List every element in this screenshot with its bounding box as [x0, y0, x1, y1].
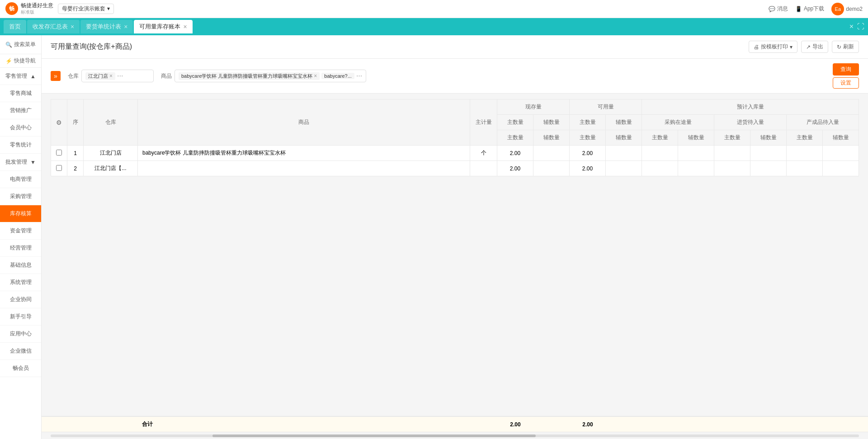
- sidebar-item-guide[interactable]: 新手引导: [0, 308, 41, 326]
- footer-incoming-sub: [750, 420, 787, 428]
- settings-button[interactable]: 设置: [833, 77, 859, 89]
- message-icon: 💬: [769, 6, 775, 12]
- company-dropdown-icon: ▾: [107, 5, 110, 12]
- query-button[interactable]: 查询: [833, 63, 859, 76]
- footer-empty-3: [83, 420, 137, 428]
- tab-order[interactable]: 要货单统计表 ×: [80, 20, 133, 33]
- quick-nav-label: 快捷导航: [14, 57, 36, 65]
- sidebar-item-marketing[interactable]: 营销推广: [0, 102, 41, 119]
- sidebar-item-wechat[interactable]: 企业微信: [0, 343, 41, 360]
- product-tag-1-text: babycare学饮杯 儿童防摔防撞吸管杯重力球吸嘴杯宝宝水杯: [181, 73, 312, 80]
- th-avail-sub2: 辅数量: [606, 130, 642, 146]
- table-footer: 合计 2.00 2.00: [42, 416, 868, 432]
- sidebar-item-retail-stats-label: 零售统计: [10, 141, 32, 149]
- sidebar-item-wholesale[interactable]: 批发管理 ▼: [0, 154, 41, 171]
- app-download-button[interactable]: 📱 App下载: [795, 5, 824, 13]
- search-menu-button[interactable]: 🔍 搜索菜单: [4, 39, 38, 50]
- row-finished-main-0: [787, 146, 823, 161]
- nav-maximize-icon[interactable]: ⛶: [857, 23, 864, 31]
- message-button[interactable]: 💬 消息: [769, 5, 788, 13]
- sidebar-search-section: 🔍 搜索菜单: [0, 35, 41, 54]
- sidebar-item-retail[interactable]: 零售管理 ▲: [0, 68, 41, 85]
- company-label: 母婴行业演示账套: [62, 5, 105, 13]
- row-no-0: 1: [67, 146, 84, 161]
- th-unit: 主计量: [470, 99, 497, 146]
- sidebar-item-inventory[interactable]: 库存核算: [0, 205, 41, 222]
- product-filter-label: 商品: [161, 72, 172, 80]
- row-avail-main-1: 2.00: [570, 161, 606, 176]
- sidebar-item-member[interactable]: 会员中心: [0, 119, 41, 137]
- row-stock-main-1: 2.00: [497, 161, 533, 176]
- warehouse-filter: 仓库 江北门店 × ···: [68, 70, 154, 82]
- row-no-1: 2: [67, 161, 84, 176]
- footer-avail-main: 2.00: [570, 420, 606, 428]
- tab-receive[interactable]: 收发存汇总表 ×: [27, 20, 80, 33]
- warehouse-input[interactable]: 江北门店 × ···: [81, 70, 154, 82]
- sidebar-item-member-label: 会员中心: [10, 124, 32, 132]
- sidebar-item-member2[interactable]: 畅会员: [0, 360, 41, 377]
- th-settings[interactable]: ⚙: [51, 99, 67, 146]
- footer-table: 合计 2.00 2.00: [51, 420, 859, 428]
- tab-home[interactable]: 首页: [4, 20, 26, 33]
- row-checkbox-1[interactable]: [56, 165, 62, 171]
- row-checkbox-0[interactable]: [56, 150, 62, 156]
- print-chevron-icon: ▾: [790, 44, 793, 50]
- row-check-1[interactable]: [51, 161, 67, 176]
- th-warehouse: 仓库: [84, 99, 138, 146]
- tab-available-close[interactable]: ×: [183, 24, 187, 30]
- refresh-button[interactable]: ↻ 刷新: [832, 41, 859, 53]
- tab-available-label: 可用量库存账本: [139, 23, 180, 31]
- scroll-thumb[interactable]: [212, 434, 536, 437]
- sidebar-item-retail-label: 零售管理: [5, 72, 27, 80]
- app-label: App下载: [804, 5, 824, 13]
- sidebar-item-ecommerce[interactable]: 电商管理: [0, 171, 41, 188]
- quick-nav-icon: ⚡: [5, 58, 12, 64]
- th-incoming-sub: 辅数量: [750, 130, 787, 146]
- sidebar-item-finance[interactable]: 资金管理: [0, 222, 41, 240]
- tab-available[interactable]: 可用量库存账本 ×: [134, 20, 192, 33]
- refresh-label: 刷新: [843, 43, 854, 51]
- sidebar-item-purchase[interactable]: 采购管理: [0, 188, 41, 205]
- nav-right-buttons: × ⛶: [849, 23, 864, 31]
- th-incoming: 进货待入量: [714, 115, 787, 130]
- sidebar-item-guide-label: 新手引导: [10, 313, 32, 321]
- th-finished: 产成品待入量: [787, 115, 859, 130]
- row-incoming-main-1: [714, 161, 750, 176]
- nav-close-icon[interactable]: ×: [849, 23, 854, 31]
- user-profile[interactable]: Ea demo2: [831, 3, 863, 15]
- expand-filter-button[interactable]: »: [51, 71, 61, 81]
- footer-incoming-main: [714, 420, 750, 428]
- export-button[interactable]: ↗ 导出: [801, 41, 828, 53]
- warehouse-more-icon[interactable]: ···: [117, 72, 123, 80]
- footer-purchase-sub: [678, 420, 714, 428]
- product-tag-1-close[interactable]: ×: [314, 73, 317, 79]
- quick-nav-button[interactable]: ⚡ 快捷导航: [0, 54, 41, 68]
- sidebar-item-basic[interactable]: 基础信息: [0, 257, 41, 274]
- tab-order-close[interactable]: ×: [124, 24, 127, 30]
- sidebar-item-retail-stats[interactable]: 零售统计: [0, 137, 41, 154]
- row-stock-sub-1: [533, 161, 570, 176]
- footer-empty-4: [470, 420, 497, 428]
- sidebar-item-retail-mall[interactable]: 零售商城: [0, 85, 41, 102]
- message-label: 消息: [777, 5, 788, 13]
- company-selector[interactable]: 母婴行业演示账套 ▾: [58, 4, 114, 14]
- sidebar-item-app-center[interactable]: 应用中心: [0, 326, 41, 343]
- print-button[interactable]: 🖨 按模板打印 ▾: [749, 41, 797, 53]
- row-stock-sub-0: [533, 146, 570, 161]
- sidebar-item-enterprise[interactable]: 企业协同: [0, 291, 41, 308]
- brand-sub: 标准版: [21, 9, 53, 15]
- row-product-1: [138, 161, 470, 176]
- product-input[interactable]: babycare学饮杯 儿童防摔防撞吸管杯重力球吸嘴杯宝宝水杯 × babyca…: [175, 70, 366, 82]
- product-more-icon[interactable]: ···: [356, 72, 362, 80]
- horizontal-scrollbar[interactable]: [42, 432, 868, 439]
- row-check-0[interactable]: [51, 146, 67, 161]
- footer-label: 合计: [137, 420, 470, 428]
- th-avail-main: 主数量: [570, 115, 606, 130]
- row-purchase-sub-1: [678, 161, 714, 176]
- tab-receive-close[interactable]: ×: [71, 24, 74, 30]
- sidebar-item-system[interactable]: 系统管理: [0, 274, 41, 291]
- table-row: 2 江北门店【... 2.00 2.00: [51, 161, 859, 176]
- sidebar-item-operation[interactable]: 经营管理: [0, 240, 41, 257]
- inventory-table: ⚙ 序 仓库 商品 主计量 现存量 可用量 预计入库量 主数量 辅数量 主数量: [51, 99, 859, 176]
- warehouse-tag-close[interactable]: ×: [109, 73, 113, 79]
